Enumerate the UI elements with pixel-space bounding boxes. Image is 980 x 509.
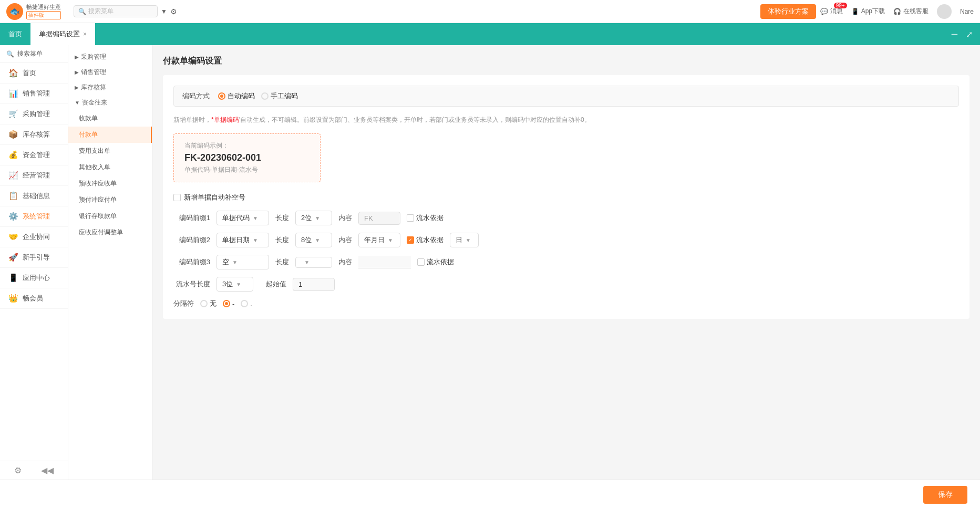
tab-encoding-settings[interactable]: 单据编码设置 × bbox=[30, 23, 95, 45]
sidebar-item-vip[interactable]: 👑 畅会员 bbox=[0, 288, 68, 309]
sep-dot-radio-dot bbox=[241, 300, 248, 307]
sidebar-item-basic[interactable]: 📋 基础信息 bbox=[0, 186, 68, 206]
sub-group-capital[interactable]: ▼ 资金往来 bbox=[68, 95, 152, 110]
sub-item-expense[interactable]: 费用支出单 bbox=[68, 143, 152, 159]
content3-input[interactable] bbox=[358, 256, 411, 268]
save-button[interactable]: 保存 bbox=[923, 486, 967, 504]
content1-input[interactable] bbox=[358, 212, 400, 225]
sub-item-other-income[interactable]: 其他收入单 bbox=[68, 159, 152, 175]
stream3-checkbox[interactable] bbox=[417, 258, 425, 266]
search-icon: 🔍 bbox=[78, 8, 86, 15]
online-service-button[interactable]: 🎧 在线客服 bbox=[893, 7, 929, 16]
sidebar-item-finance[interactable]: 💰 资金管理 bbox=[0, 145, 68, 165]
prefix1-row: 编码前缀1 单据代码 ▼ 长度 2位 ▼ 内容 流水依据 bbox=[173, 211, 959, 225]
gear-icon[interactable]: ⚙ bbox=[170, 7, 177, 16]
stream2-check[interactable]: ✓ 流水依据 bbox=[407, 235, 443, 245]
sub-group-sales[interactable]: ▶ 销售管理 bbox=[68, 65, 152, 80]
serial-row: 流水号长度 3位 ▼ 起始值 bbox=[173, 277, 959, 292]
sub-item-prepay-pay[interactable]: 预付冲应付单 bbox=[68, 192, 152, 208]
sub-item-payment[interactable]: 付款单 bbox=[68, 127, 152, 143]
stream1-check[interactable]: 流水依据 bbox=[407, 213, 443, 223]
sidebar-item-finance-label: 资金管理 bbox=[23, 150, 50, 160]
tab-minimize-button[interactable]: ─ bbox=[948, 28, 961, 40]
sidebar-item-sales[interactable]: 📊 销售管理 bbox=[0, 84, 68, 104]
sidebar-search[interactable]: 🔍 搜索菜单 bbox=[0, 45, 68, 63]
stream2-label: 流水依据 bbox=[416, 235, 443, 245]
length2-select[interactable]: 8位 ▼ bbox=[295, 233, 332, 247]
prefix3-select[interactable]: 空 ▼ bbox=[216, 255, 269, 269]
sidebar-item-purchase[interactable]: 🛒 采购管理 bbox=[0, 104, 68, 124]
collapse-icon[interactable]: ◀◀ bbox=[41, 465, 54, 475]
sidebar-item-operations[interactable]: 📈 经营管理 bbox=[0, 165, 68, 186]
prefix2-select[interactable]: 单据日期 ▼ bbox=[216, 233, 269, 247]
sub-item-prepay-recv[interactable]: 预收冲应收单 bbox=[68, 175, 152, 192]
stream3-check[interactable]: 流水依据 bbox=[417, 257, 454, 267]
sub-group-capital-label: 资金往来 bbox=[82, 98, 107, 107]
prefix3-arrow-icon: ▼ bbox=[232, 259, 238, 265]
prefix3-row: 编码前缀3 空 ▼ 长度 ▼ 内容 流水依据 bbox=[173, 255, 959, 269]
tab-home[interactable]: 首页 bbox=[0, 23, 30, 45]
tab-home-label: 首页 bbox=[8, 29, 22, 39]
dropdown-arrow[interactable]: ▼ bbox=[161, 8, 167, 15]
radio-auto-code[interactable]: 自动编码 bbox=[218, 91, 255, 101]
sidebar-item-enterprise[interactable]: 🤝 企业协同 bbox=[0, 227, 68, 247]
message-button[interactable]: 💬 消息 99+ bbox=[820, 7, 843, 16]
app-download-button[interactable]: 📱 App下载 bbox=[851, 7, 885, 16]
stream1-checkbox[interactable] bbox=[407, 214, 414, 222]
trial-button[interactable]: 体验行业方案 bbox=[760, 4, 816, 19]
tab-close-icon[interactable]: × bbox=[83, 30, 87, 38]
tab-expand-button[interactable]: ⤢ bbox=[963, 28, 976, 40]
content-area: 付款单编码设置 编码方式 自动编码 手工编码 新增单据时，* bbox=[152, 45, 980, 480]
stream3-label: 流水依据 bbox=[427, 257, 454, 267]
separator-radio-group: 无 - . bbox=[200, 299, 252, 308]
content2-select[interactable]: 年月日 ▼ bbox=[358, 233, 400, 247]
preview-code: FK-20230602-001 bbox=[184, 152, 310, 163]
sub-group-purchase[interactable]: ▶ 采购管理 bbox=[68, 49, 152, 65]
search-input-wrap[interactable]: 🔍 搜索菜单 bbox=[74, 5, 158, 17]
start-value-input[interactable] bbox=[293, 278, 335, 291]
length1-select[interactable]: 2位 ▼ bbox=[295, 211, 332, 225]
stream2-checkbox[interactable]: ✓ bbox=[407, 236, 414, 244]
operations-icon: 📈 bbox=[8, 171, 18, 180]
sidebar-item-appstore[interactable]: 📱 应用中心 bbox=[0, 268, 68, 288]
serial-length-select[interactable]: 3位 ▼ bbox=[216, 277, 253, 292]
sub-group-purchase-label: 采购管理 bbox=[81, 53, 106, 61]
encode-mode-label: 编码方式 bbox=[182, 91, 210, 101]
auto-fill-label: 新增单据自动补空号 bbox=[184, 193, 245, 202]
page-title: 付款单编码设置 bbox=[163, 56, 969, 67]
sep-none-item[interactable]: 无 bbox=[200, 299, 216, 308]
sidebar-item-home[interactable]: 🏠 首页 bbox=[0, 63, 68, 84]
sub-item-bank[interactable]: 银行存取款单 bbox=[68, 208, 152, 224]
auto-code-radio-dot bbox=[218, 92, 225, 100]
manual-code-radio-dot bbox=[261, 92, 269, 100]
sidebar-item-inventory[interactable]: 📦 库存核算 bbox=[0, 124, 68, 145]
system-icon: ⚙️ bbox=[8, 212, 18, 221]
radio-manual-code[interactable]: 手工编码 bbox=[261, 91, 298, 101]
length2-arrow-icon: ▼ bbox=[315, 237, 320, 243]
sidebar-item-newbie[interactable]: 🚀 新手引导 bbox=[0, 247, 68, 268]
sub-item-adjustment[interactable]: 应收应付调整单 bbox=[68, 224, 152, 241]
sidebar-item-system[interactable]: ⚙️ 系统管理 bbox=[0, 206, 68, 227]
length3-label: 长度 bbox=[275, 257, 289, 267]
length1-arrow-icon: ▼ bbox=[315, 215, 320, 221]
prefix2-value: 单据日期 bbox=[222, 235, 250, 245]
username: Nare bbox=[960, 8, 974, 15]
sub-sidebar: ▶ 采购管理 ▶ 销售管理 ▶ 库存核算 ▼ 资金往来 收款单 付款单 费用支出… bbox=[68, 45, 152, 480]
settings-bottom-icon[interactable]: ⚙ bbox=[14, 465, 22, 475]
newbie-icon: 🚀 bbox=[8, 253, 18, 262]
sub-group-inventory[interactable]: ▶ 库存核算 bbox=[68, 80, 152, 95]
stream2-cycle-select[interactable]: 日 ▼ bbox=[450, 233, 479, 247]
sep-dot-item[interactable]: . bbox=[241, 300, 252, 308]
auto-fill-checkbox[interactable] bbox=[173, 194, 181, 201]
sub-item-receipt[interactable]: 收款单 bbox=[68, 110, 152, 127]
length3-select[interactable]: ▼ bbox=[295, 257, 332, 268]
sub-group-inventory-label: 库存核算 bbox=[81, 83, 106, 92]
sep-dash-item[interactable]: - bbox=[223, 300, 234, 308]
sidebar-item-appstore-label: 应用中心 bbox=[23, 273, 50, 283]
prefix2-row: 编码前缀2 单据日期 ▼ 长度 8位 ▼ 内容 年月日 ▼ ✓ 流水依据 bbox=[173, 233, 959, 247]
sidebar-item-inventory-label: 库存核算 bbox=[23, 130, 50, 139]
prefix1-select[interactable]: 单据代码 ▼ bbox=[216, 211, 269, 225]
service-icon: 🎧 bbox=[893, 8, 901, 15]
header-search: 🔍 搜索菜单 ▼ ⚙ bbox=[74, 5, 756, 17]
preview-box: 当前编码示例： FK-20230602-001 单据代码-单据日期-流水号 bbox=[173, 133, 321, 182]
